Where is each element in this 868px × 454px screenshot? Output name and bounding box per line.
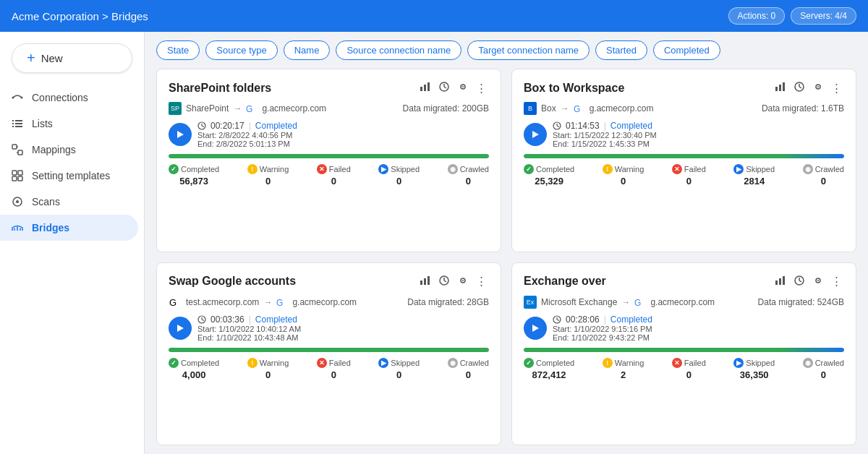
crawled-value: 0 bbox=[466, 176, 471, 187]
breadcrumb: Acme Corporation > Bridges bbox=[12, 10, 148, 22]
filter-target-connection-name[interactable]: Target connection name bbox=[467, 40, 590, 60]
crawled-label: Crawled bbox=[815, 165, 844, 174]
warning-value: 0 bbox=[265, 176, 271, 187]
svg-rect-4 bbox=[12, 123, 14, 124]
svg-rect-12 bbox=[12, 171, 17, 175]
failed-stat-icon: ✕ bbox=[317, 164, 327, 174]
sidebar-item-mappings[interactable]: Mappings bbox=[0, 137, 138, 163]
svg-text:G: G bbox=[634, 298, 641, 308]
filter-source-type[interactable]: Source type bbox=[205, 40, 277, 60]
chart-icon[interactable] bbox=[417, 273, 433, 290]
svg-rect-23 bbox=[427, 82, 430, 91]
sidebar-item-connections[interactable]: Connections bbox=[0, 85, 138, 111]
stat-crawled: ◉ Crawled 0 bbox=[448, 358, 489, 380]
play-button[interactable] bbox=[524, 123, 547, 146]
filter-started[interactable]: Started bbox=[595, 40, 647, 60]
progress-bar bbox=[169, 348, 489, 352]
main-layout: + New Connections Lists bbox=[0, 32, 868, 454]
skipped-value: 0 bbox=[396, 176, 401, 187]
crawled-value: 0 bbox=[821, 369, 826, 380]
play-button[interactable] bbox=[169, 317, 192, 340]
svg-rect-22 bbox=[424, 85, 426, 91]
skipped-label: Skipped bbox=[391, 165, 420, 174]
servers-badge[interactable]: Servers: 4/4 bbox=[791, 7, 856, 25]
stat-crawled: ◉ Crawled 0 bbox=[803, 164, 844, 187]
filter-source-connection-name[interactable]: Source connection name bbox=[336, 40, 461, 60]
stat-skipped: ▶ Skipped 0 bbox=[378, 164, 420, 187]
settings-icon[interactable] bbox=[810, 273, 826, 290]
stat-completed: ✓ Completed 25,329 bbox=[524, 164, 574, 187]
start-time: Start: 1/10/2022 9:15:16 PM bbox=[553, 325, 652, 333]
svg-rect-5 bbox=[15, 123, 22, 124]
history-icon[interactable] bbox=[436, 80, 452, 96]
status-label[interactable]: Completed bbox=[610, 314, 652, 325]
more-icon[interactable]: ⋮ bbox=[474, 273, 489, 289]
history-icon[interactable] bbox=[436, 273, 452, 290]
stat-failed: ✕ Failed 0 bbox=[317, 164, 351, 187]
completed-value: 872,412 bbox=[532, 369, 566, 380]
play-button[interactable] bbox=[524, 317, 547, 340]
timing-details: 00:20:17 | Completed Start: 2/8/2022 4:4… bbox=[197, 121, 297, 148]
lists-icon bbox=[12, 118, 23, 129]
chart-icon[interactable] bbox=[773, 80, 788, 96]
stat-failed: ✕ Failed 0 bbox=[317, 358, 351, 380]
data-migrated: Data migrated: 200GB bbox=[403, 103, 489, 113]
card-timing: 00:20:17 | Completed bbox=[197, 121, 297, 131]
warning-label: Warning bbox=[260, 165, 289, 174]
svg-line-26 bbox=[444, 87, 446, 88]
filter-state[interactable]: State bbox=[156, 40, 200, 60]
skipped-label: Skipped bbox=[391, 359, 420, 367]
more-icon[interactable]: ⋮ bbox=[474, 80, 489, 96]
failed-label: Failed bbox=[684, 165, 706, 174]
sidebar-item-lists[interactable]: Lists bbox=[0, 111, 138, 137]
timing-details: 00:28:06 | Completed Start: 1/10/2022 9:… bbox=[553, 314, 652, 342]
status-label[interactable]: Completed bbox=[610, 121, 652, 131]
card-action-icons: ⋮ bbox=[773, 80, 844, 96]
svg-rect-62 bbox=[779, 278, 781, 285]
svg-text:G: G bbox=[276, 298, 283, 308]
svg-marker-43 bbox=[532, 131, 539, 138]
settings-icon[interactable] bbox=[455, 273, 471, 290]
bridge-card-card-sharepoint: SharePoint folders ⋮ SP SharePoint → bbox=[156, 69, 501, 252]
stat-warning: ! Warning 0 bbox=[247, 164, 289, 187]
filter-completed[interactable]: Completed bbox=[653, 40, 720, 60]
settings-icon[interactable] bbox=[455, 80, 471, 96]
status-label[interactable]: Completed bbox=[255, 121, 297, 131]
svg-rect-6 bbox=[12, 126, 14, 127]
sidebar-item-scans[interactable]: Scans bbox=[0, 189, 138, 215]
more-icon[interactable]: ⋮ bbox=[829, 273, 844, 289]
stat-failed: ✕ Failed 0 bbox=[672, 164, 706, 187]
clock-icon bbox=[197, 315, 206, 324]
failed-label: Failed bbox=[329, 359, 351, 367]
progress-bar bbox=[524, 154, 844, 158]
history-icon[interactable] bbox=[791, 273, 807, 290]
duration: 01:14:53 bbox=[566, 121, 600, 131]
settings-icon[interactable] bbox=[810, 80, 826, 96]
stat-completed: ✓ Completed 56,873 bbox=[169, 164, 219, 187]
divider: | bbox=[604, 314, 606, 325]
chart-icon[interactable] bbox=[773, 273, 788, 290]
chart-icon[interactable] bbox=[417, 80, 433, 96]
sidebar-item-setting-templates[interactable]: Setting templates bbox=[0, 163, 138, 189]
completed-value: 4,000 bbox=[182, 369, 206, 380]
filter-name[interactable]: Name bbox=[284, 40, 331, 60]
history-icon[interactable] bbox=[791, 80, 807, 96]
status-label[interactable]: Completed bbox=[255, 314, 297, 325]
card-action-icons: ⋮ bbox=[773, 273, 844, 290]
play-button[interactable] bbox=[169, 123, 192, 146]
completed-stat-icon: ✓ bbox=[169, 164, 179, 174]
svg-text:G: G bbox=[246, 104, 252, 114]
svg-rect-36 bbox=[783, 82, 785, 91]
divider: | bbox=[604, 121, 606, 131]
plus-icon: + bbox=[27, 50, 35, 67]
new-button[interactable]: + New bbox=[12, 43, 132, 73]
more-icon[interactable]: ⋮ bbox=[829, 80, 844, 96]
actions-badge[interactable]: Actions: 0 bbox=[728, 7, 786, 25]
sidebar-item-bridges[interactable]: Bridges bbox=[0, 215, 138, 241]
svg-line-60 bbox=[202, 320, 204, 321]
cards-grid: SharePoint folders ⋮ SP SharePoint → bbox=[156, 69, 856, 445]
timing-details: 01:14:53 | Completed Start: 1/15/2022 12… bbox=[553, 121, 657, 148]
card-header: Exchange over ⋮ bbox=[524, 273, 844, 290]
svg-point-17 bbox=[16, 200, 19, 203]
google-target-icon: G bbox=[574, 103, 585, 114]
